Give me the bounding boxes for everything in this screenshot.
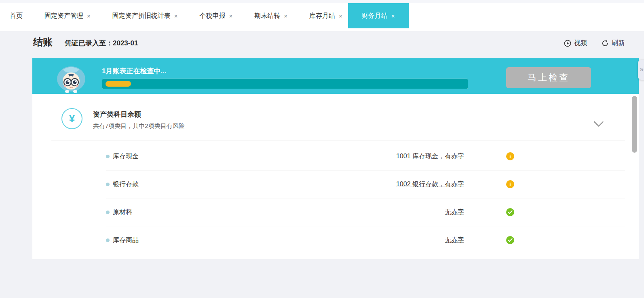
tab-bar: 首页 固定资产管理 × 固定资产折旧统计表 × 个税申报 × 期末结转 × 库存… xyxy=(0,3,644,31)
chevron-down-icon[interactable] xyxy=(593,117,604,127)
tab-personal-tax[interactable]: 个税申报 × xyxy=(200,3,233,28)
close-icon[interactable]: × xyxy=(229,13,233,19)
check-circle-icon xyxy=(506,236,514,244)
check-circle-icon xyxy=(506,208,514,216)
bullet-icon xyxy=(106,238,110,242)
page-title: 结账 xyxy=(33,36,53,49)
progress-fill xyxy=(106,81,131,87)
close-icon[interactable]: × xyxy=(339,13,342,19)
collapse-panel-toggle[interactable]: » xyxy=(638,60,644,80)
table-row: 库存现金 1001 库存现金，有赤字 i xyxy=(106,143,625,170)
table-row: 原材料 无赤字 xyxy=(106,198,625,226)
double-chevron-right-icon: » xyxy=(640,65,644,73)
close-icon[interactable]: × xyxy=(284,13,287,19)
tab-label: 固定资产折旧统计表 xyxy=(112,12,171,20)
tab-label: 财务月结 xyxy=(362,12,388,20)
tab-fixed-assets[interactable]: 固定资产管理 × xyxy=(44,3,91,28)
banner-status-text: 1月账表正在检查中... xyxy=(102,66,167,76)
header-actions: 视频 刷新 xyxy=(564,39,625,47)
video-label: 视频 xyxy=(574,39,587,47)
tab-label: 个税申报 xyxy=(200,12,226,20)
close-icon[interactable]: × xyxy=(391,13,395,19)
video-button[interactable]: 视频 xyxy=(564,39,587,47)
table-row: 库存商品 无赤字 xyxy=(106,226,625,254)
progress-bar xyxy=(102,79,468,89)
check-progress-banner: 1月账表正在检查中... 马上检查 xyxy=(32,58,639,94)
tab-finance-monthly-close[interactable]: 财务月结 × xyxy=(348,3,409,28)
check-now-button[interactable]: 马上检查 xyxy=(506,67,591,88)
page-header: 结账 凭证已录入至：2023-01 xyxy=(33,36,138,49)
warning-info-icon: i xyxy=(506,152,514,160)
deficit-detail-link[interactable]: 1002 银行存款，有赤字 xyxy=(396,180,464,189)
bullet-icon xyxy=(106,155,110,158)
deficit-detail-link[interactable]: 1001 库存现金，有赤字 xyxy=(396,152,464,161)
header-separator xyxy=(51,140,625,140)
account-label: 库存商品 xyxy=(113,236,139,245)
content-panel: 1月账表正在检查中... 马上检查 ¥ 资产类科目余额 共有7项类目，其中2项类… xyxy=(32,58,639,259)
mascot-icon xyxy=(55,61,87,94)
tab-inventory-monthly-close[interactable]: 库存月结 × xyxy=(309,3,342,28)
close-icon[interactable]: × xyxy=(87,13,91,19)
bullet-icon xyxy=(106,211,110,214)
tab-label: 期末结转 xyxy=(254,12,280,20)
deficit-detail-link[interactable]: 无赤字 xyxy=(445,208,464,217)
card-title: 资产类科目余额 xyxy=(93,110,141,119)
play-circle-icon xyxy=(564,40,571,47)
refresh-label: 刷新 xyxy=(612,39,625,47)
yen-glyph: ¥ xyxy=(69,113,75,125)
bullet-icon xyxy=(106,183,110,186)
top-strip xyxy=(0,0,644,3)
warning-info-icon: i xyxy=(506,180,514,188)
tab-label: 库存月结 xyxy=(309,12,335,20)
tab-label: 首页 xyxy=(10,12,23,20)
card-subtitle: 共有7项类目，其中2项类目有风险 xyxy=(93,122,185,130)
tab-period-end-transfer[interactable]: 期末结转 × xyxy=(254,3,287,28)
account-label: 库存现金 xyxy=(113,152,139,161)
close-icon[interactable]: × xyxy=(174,13,178,19)
refresh-button[interactable]: 刷新 xyxy=(602,39,625,47)
table-row: 银行存款 1002 银行存款，有赤字 i xyxy=(106,170,625,198)
yen-circle-icon: ¥ xyxy=(61,108,82,129)
account-rows: 库存现金 1001 库存现金，有赤字 i 银行存款 1002 银行存款，有赤字 … xyxy=(32,143,639,254)
tab-depreciation-report[interactable]: 固定资产折旧统计表 × xyxy=(112,3,178,28)
voucher-entered-note: 凭证已录入至：2023-01 xyxy=(65,38,138,48)
check-mark xyxy=(508,237,513,242)
account-label: 银行存款 xyxy=(113,180,139,189)
refresh-icon xyxy=(602,40,609,47)
tab-home[interactable]: 首页 xyxy=(10,3,23,28)
check-mark xyxy=(508,209,513,214)
account-label: 原材料 xyxy=(113,208,132,217)
tab-label: 固定资产管理 xyxy=(44,12,83,20)
app-window: 首页 固定资产管理 × 固定资产折旧统计表 × 个税申报 × 期末结转 × 库存… xyxy=(0,0,644,298)
scrollbar-thumb[interactable] xyxy=(632,96,637,153)
deficit-detail-link[interactable]: 无赤字 xyxy=(445,236,464,245)
